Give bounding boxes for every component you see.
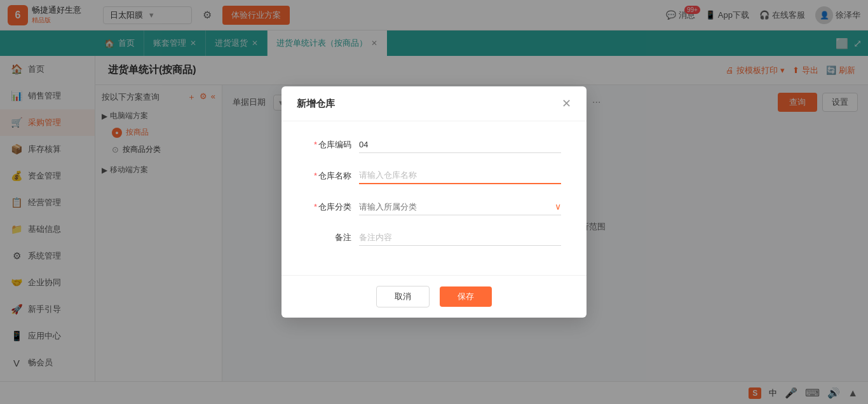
modal-overlay[interactable]: 新增仓库 ✕ 仓库编码 仓库名称 仓库分类 ∨ 备注 [0, 0, 868, 404]
name-field-row: 仓库名称 [307, 167, 561, 184]
category-label: 仓库分类 [307, 201, 351, 213]
chevron-down-icon[interactable]: ∨ [555, 201, 561, 212]
category-field-row: 仓库分类 ∨ [307, 198, 561, 215]
category-select[interactable]: ∨ [359, 198, 561, 215]
category-input[interactable] [359, 202, 555, 212]
modal-header: 新增仓库 ✕ [281, 86, 587, 121]
note-label: 备注 [307, 232, 351, 243]
close-icon[interactable]: ✕ [562, 97, 571, 111]
modal-body: 仓库编码 仓库名称 仓库分类 ∨ 备注 [281, 121, 587, 275]
note-field-row: 备注 [307, 229, 561, 246]
add-warehouse-modal: 新增仓库 ✕ 仓库编码 仓库名称 仓库分类 ∨ 备注 [281, 86, 587, 318]
name-input[interactable] [359, 167, 561, 184]
name-label: 仓库名称 [307, 170, 351, 182]
code-field-row: 仓库编码 [307, 137, 561, 153]
code-input[interactable] [359, 137, 561, 153]
modal-footer: 取消 保存 [281, 275, 587, 318]
cancel-button[interactable]: 取消 [376, 286, 430, 307]
note-input[interactable] [359, 229, 561, 246]
code-label: 仓库编码 [307, 139, 351, 151]
modal-title: 新增仓库 [297, 98, 335, 110]
save-button[interactable]: 保存 [440, 286, 492, 307]
